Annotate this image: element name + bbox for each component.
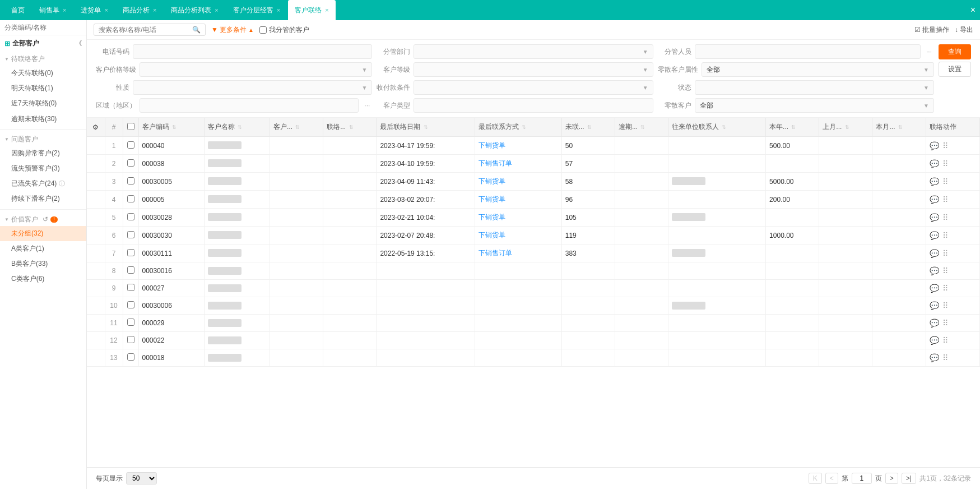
tab-purchase[interactable]: 进货单 × bbox=[74, 0, 114, 20]
tab-sales[interactable]: 销售单 × bbox=[32, 0, 73, 20]
col-code[interactable]: 客户编码 ⇅ bbox=[138, 118, 204, 137]
more-action-icon[interactable]: ⠿ bbox=[942, 141, 948, 150]
tab-customer-contact-close[interactable]: × bbox=[325, 7, 328, 13]
sidebar-search-box[interactable]: 🔍 bbox=[0, 20, 86, 35]
row-checkbox[interactable] bbox=[127, 141, 134, 149]
sidebar-item-churned[interactable]: 已流失客户(24) ⓘ bbox=[0, 176, 86, 191]
row-last-method[interactable] bbox=[475, 280, 561, 297]
more-action-icon[interactable]: ⠿ bbox=[942, 195, 948, 204]
sidebar-item-declining[interactable]: 持续下滑客户(2) bbox=[0, 191, 86, 206]
col-settings[interactable]: ⚙ bbox=[87, 118, 105, 137]
row-checkbox-cell[interactable] bbox=[123, 332, 138, 349]
filter-person-dots[interactable]: ··· bbox=[924, 48, 934, 56]
my-customers-checkbox[interactable] bbox=[259, 26, 267, 34]
col-uncontacted-sort[interactable]: ⇅ bbox=[587, 124, 592, 130]
more-action-icon[interactable]: ⠿ bbox=[942, 319, 948, 327]
last-method-link[interactable]: 下销货单 bbox=[479, 231, 505, 239]
row-checkbox[interactable] bbox=[127, 231, 134, 238]
last-method-link[interactable]: 下销售订单 bbox=[479, 249, 512, 257]
section-pending-arrow[interactable]: ▼ bbox=[4, 57, 9, 62]
chat-icon[interactable]: 💬 bbox=[930, 336, 939, 345]
row-checkbox-cell[interactable] bbox=[123, 227, 138, 245]
filter-price-level-select[interactable]: ▼ bbox=[140, 62, 372, 77]
row-action[interactable]: 💬⠿ bbox=[926, 297, 979, 315]
row-action[interactable]: 💬⠿ bbox=[926, 209, 979, 227]
prev-page-btn[interactable]: < bbox=[825, 473, 838, 484]
filter-region-select[interactable] bbox=[140, 98, 359, 113]
filter-cust-type-input[interactable] bbox=[414, 98, 653, 113]
chat-icon[interactable]: 💬 bbox=[930, 301, 939, 310]
col-last-month-sort[interactable]: ⇅ bbox=[845, 124, 849, 130]
filter-payment-select[interactable]: ▼ bbox=[414, 80, 653, 95]
more-action-icon[interactable]: ⠿ bbox=[942, 177, 948, 186]
col-code-sort[interactable]: ⇅ bbox=[172, 124, 177, 130]
tab-product-analysis-close[interactable]: × bbox=[153, 7, 156, 13]
section-problem-arrow[interactable]: ▼ bbox=[4, 137, 9, 142]
tab-product-analysis-list-close[interactable]: × bbox=[215, 7, 218, 13]
section-value-arrow[interactable]: ▼ bbox=[4, 217, 9, 222]
reset-button[interactable]: 设置 bbox=[939, 62, 971, 77]
first-page-btn[interactable]: K bbox=[809, 473, 822, 484]
row-action[interactable]: 💬⠿ bbox=[926, 137, 979, 155]
col-this-month-sort[interactable]: ⇅ bbox=[898, 124, 903, 130]
tab-customer-segment-close[interactable]: × bbox=[277, 7, 280, 13]
row-checkbox-cell[interactable] bbox=[123, 245, 138, 262]
row-last-method[interactable]: 下销货单 bbox=[475, 191, 561, 209]
col-this-month[interactable]: 本月... ⇅ bbox=[872, 118, 926, 137]
row-action[interactable]: 💬⠿ bbox=[926, 245, 979, 262]
filter-search-icon[interactable]: 🔍 bbox=[192, 26, 201, 34]
more-action-icon[interactable]: ⠿ bbox=[942, 266, 948, 275]
chat-icon[interactable]: 💬 bbox=[930, 249, 939, 258]
col-last-method[interactable]: 最后联系方式 ⇅ bbox=[475, 118, 561, 137]
sidebar-item-7days[interactable]: 近7天待联络(0) bbox=[0, 96, 86, 111]
tab-customer-contact[interactable]: 客户联络 × bbox=[288, 0, 335, 20]
row-action[interactable]: 💬⠿ bbox=[926, 332, 979, 349]
my-customers-toggle[interactable]: 我分管的客户 bbox=[259, 25, 309, 35]
more-conditions-btn[interactable]: ▼ 更多条件 ▲ bbox=[211, 25, 254, 35]
chat-icon[interactable]: 💬 bbox=[930, 177, 939, 186]
page-size-control[interactable]: 每页显示 50 100 200 bbox=[96, 472, 157, 485]
row-checkbox-cell[interactable] bbox=[123, 173, 138, 191]
sidebar-all-customers[interactable]: ⊞ 全部客户 《 bbox=[0, 35, 86, 52]
row-checkbox[interactable] bbox=[127, 319, 134, 326]
col-last-date-sort[interactable]: ⇅ bbox=[424, 124, 428, 130]
tab-purchase-close[interactable]: × bbox=[104, 7, 108, 13]
col-type-sort[interactable]: ⇅ bbox=[295, 124, 300, 130]
col-this-year[interactable]: 本年... ⇅ bbox=[766, 118, 819, 137]
col-type[interactable]: 客户... ⇅ bbox=[270, 118, 323, 137]
row-checkbox-cell[interactable] bbox=[123, 155, 138, 173]
col-last-date[interactable]: 最后联络日期 ⇅ bbox=[377, 118, 475, 137]
col-contact-person[interactable]: 往来单位联系人 ⇅ bbox=[668, 118, 766, 137]
row-checkbox-cell[interactable] bbox=[123, 191, 138, 209]
sidebar-item-ungroup[interactable]: 未分组(32) bbox=[0, 226, 86, 241]
tab-sales-close[interactable]: × bbox=[63, 7, 66, 13]
row-action[interactable]: 💬⠿ bbox=[926, 227, 979, 245]
chat-icon[interactable]: 💬 bbox=[930, 213, 939, 222]
row-last-method[interactable] bbox=[475, 262, 561, 280]
row-last-method[interactable]: 下销售订单 bbox=[475, 245, 561, 262]
more-action-icon[interactable]: ⠿ bbox=[942, 249, 948, 258]
sidebar-item-abnormal[interactable]: 因购异常客户(2) bbox=[0, 146, 86, 161]
row-checkbox-cell[interactable] bbox=[123, 297, 138, 315]
sidebar-item-overdue[interactable]: 逾期未联络(30) bbox=[0, 112, 86, 127]
row-action[interactable]: 💬⠿ bbox=[926, 191, 979, 209]
row-checkbox[interactable] bbox=[127, 249, 134, 256]
more-action-icon[interactable]: ⠿ bbox=[942, 231, 948, 240]
batch-op-button[interactable]: ☑ 批量操作 bbox=[914, 25, 949, 35]
row-checkbox-cell[interactable] bbox=[123, 209, 138, 227]
more-action-icon[interactable]: ⠿ bbox=[942, 213, 948, 222]
row-checkbox-cell[interactable] bbox=[123, 137, 138, 155]
col-name-sort[interactable]: ⇅ bbox=[238, 124, 242, 130]
sidebar-item-c-class[interactable]: C类客户(6) bbox=[0, 271, 86, 287]
row-checkbox[interactable] bbox=[127, 213, 134, 220]
tab-product-analysis[interactable]: 商品分析 × bbox=[116, 0, 163, 20]
col-last-method-sort[interactable]: ⇅ bbox=[522, 124, 526, 130]
row-action[interactable]: 💬⠿ bbox=[926, 262, 979, 280]
row-checkbox-cell[interactable] bbox=[123, 280, 138, 297]
filter-retail-select[interactable]: 全部 ▼ bbox=[695, 98, 934, 113]
row-last-method[interactable]: 下销货单 bbox=[475, 173, 561, 191]
filter-phone-input[interactable] bbox=[133, 44, 372, 59]
chat-icon[interactable]: 💬 bbox=[930, 284, 939, 293]
col-overdue[interactable]: 逾期... ⇅ bbox=[615, 118, 668, 137]
filter-person-select[interactable] bbox=[695, 44, 921, 59]
